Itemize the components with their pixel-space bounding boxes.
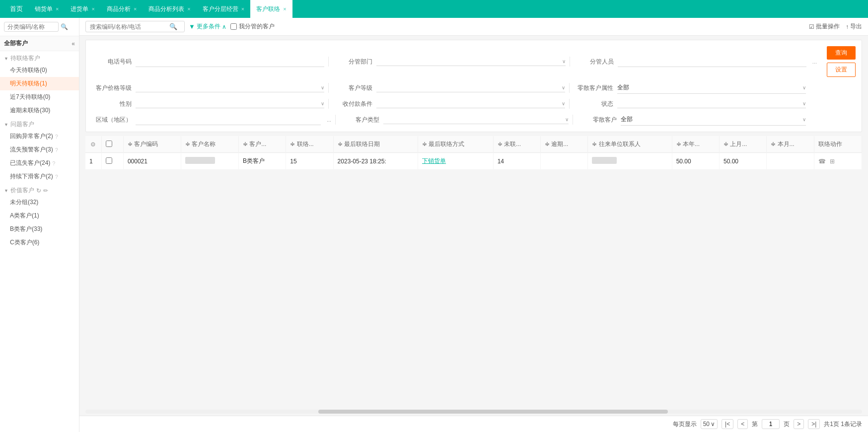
sidebar-item-b-class[interactable]: B类客户(33)	[0, 222, 79, 236]
select-all-checkbox[interactable]	[106, 141, 112, 147]
prev-page-button[interactable]: <	[737, 419, 748, 429]
my-customers-checkbox-label[interactable]: 我分管的客户	[230, 22, 275, 31]
grid-action-icon[interactable]: ⊞	[830, 158, 835, 165]
row-checkbox-cell[interactable]	[101, 153, 123, 170]
divider-5	[328, 99, 329, 109]
col-type-header[interactable]: ≑ 客户...	[238, 136, 286, 153]
close-customer-stratification-icon[interactable]: ×	[241, 6, 244, 12]
scrollbar-thumb[interactable]	[318, 410, 668, 414]
search-icon[interactable]: 🔍	[169, 23, 177, 30]
nav-purchase-order[interactable]: 进货单 ×	[65, 0, 100, 18]
region-input[interactable]	[136, 115, 321, 125]
sidebar-search-icon[interactable]: 🔍	[61, 23, 68, 30]
nav-home[interactable]: 首页	[4, 0, 29, 18]
export-button[interactable]: ↑ 导出	[846, 22, 862, 31]
retail-customer-select[interactable]: 全部 ∨	[621, 114, 806, 126]
row-last-month: 50.00	[719, 153, 766, 170]
sidebar-item-ungrouped[interactable]: 未分组(32)	[0, 196, 79, 209]
batch-operation-button[interactable]: ☑ 批量操作	[809, 22, 840, 31]
search-input[interactable]	[90, 23, 169, 30]
customer-level-select[interactable]: ∨	[376, 83, 565, 92]
nav-product-analysis[interactable]: 商品分析 ×	[101, 0, 143, 18]
sidebar-item-churn-warning[interactable]: 流失预警客户(3) ?	[0, 143, 79, 156]
customer-type-select[interactable]: ∨	[383, 115, 569, 124]
close-product-analysis-list-icon[interactable]: ×	[187, 6, 190, 12]
nav-customer-contact[interactable]: 客户联络 ×	[250, 0, 292, 18]
col-last-method-header[interactable]: ≑ 最后联络方式	[418, 136, 494, 153]
sidebar-item-repurchase-abnormal[interactable]: 回购异常客户(2) ?	[0, 130, 79, 143]
customer-price-select[interactable]: ∨	[136, 83, 324, 92]
retail-attr-chevron-icon: ∨	[802, 85, 806, 90]
row-index: 1	[85, 153, 101, 170]
horizontal-scrollbar[interactable]	[85, 410, 862, 414]
payment-select[interactable]: ∨	[376, 99, 565, 108]
nav-customer-stratification[interactable]: 客户分层经营 ×	[197, 0, 250, 18]
sidebar-item-declining[interactable]: 持续下滑客户(2) ?	[0, 170, 79, 183]
more-filter-button[interactable]: ▼ 更多条件 ∧	[189, 22, 226, 31]
col-last-month-header[interactable]: ≑ 上月...	[719, 136, 766, 153]
col-last-date-header[interactable]: ≑ 最后联络日期	[333, 136, 418, 153]
sidebar-item-overdue[interactable]: 逾期未联络(30)	[0, 104, 79, 117]
row-last-method[interactable]: 下销货单	[418, 153, 494, 170]
col-settings[interactable]: ⚙	[85, 136, 101, 153]
col-overdue-header[interactable]: ≑ 逾期...	[540, 136, 587, 153]
sidebar-search-input[interactable]	[4, 22, 59, 32]
col-this-month-header[interactable]: ≑ 本月...	[767, 136, 814, 153]
col-code-header[interactable]: ≑ 客户编码	[123, 136, 181, 153]
row-checkbox[interactable]	[106, 157, 112, 164]
sidebar-item-tomorrow[interactable]: 明天待联络(1)	[0, 77, 79, 90]
last-page-button[interactable]: >|	[808, 419, 820, 429]
dept-label: 分管部门	[333, 58, 372, 66]
phone-input[interactable]	[136, 57, 324, 67]
nav-sales-order[interactable]: 销货单 ×	[29, 0, 65, 18]
help-icon-repurchase[interactable]: ?	[55, 134, 58, 140]
all-customers-header[interactable]: 全部客户 «	[0, 36, 79, 51]
sidebar-item-7days[interactable]: 近7天待联络(0)	[0, 90, 79, 104]
page-size-chevron-icon: ∨	[711, 421, 715, 428]
first-page-button[interactable]: |<	[722, 419, 733, 429]
action-buttons: 查询 设置	[827, 46, 856, 77]
col-name-header[interactable]: ≑ 客户名称	[181, 136, 238, 153]
sidebar: 🔍 全部客户 « 待联络客户 今天待联络(0) 明天待联络(1) 近7天待联络(…	[0, 18, 79, 432]
col-contact-person-header[interactable]: ≑ 往来单位联系人	[588, 136, 672, 153]
col-contact-header[interactable]: ≑ 联络...	[286, 136, 333, 153]
retail-attr-select[interactable]: 全部 ∨	[617, 82, 806, 94]
help-icon-declining[interactable]: ?	[55, 174, 58, 180]
settings-button[interactable]: 设置	[827, 63, 856, 77]
phone-action-icon[interactable]: ☎	[818, 158, 826, 165]
dept-select[interactable]: ∨	[376, 57, 565, 66]
status-select[interactable]: ∨	[617, 99, 806, 108]
next-page-button[interactable]: >	[794, 419, 804, 429]
sidebar-item-today[interactable]: 今天待联络(0)	[0, 64, 79, 77]
query-button[interactable]: 查询	[827, 46, 856, 60]
sidebar-item-a-class[interactable]: A类客户(1)	[0, 209, 79, 222]
page-number-input[interactable]	[762, 419, 780, 429]
help-icon-churn-warning[interactable]: ?	[55, 147, 58, 153]
value-customers-refresh-icon[interactable]: ↻	[36, 187, 41, 194]
collapse-icon[interactable]: «	[72, 40, 75, 47]
gender-select[interactable]: ∨	[136, 99, 324, 108]
top-nav: 首页 销货单 × 进货单 × 商品分析 × 商品分析列表 × 客户分层经营 × …	[0, 0, 868, 18]
col-this-year-header[interactable]: ≑ 本年...	[672, 136, 719, 153]
manager-input[interactable]	[618, 57, 806, 67]
filter-row-1: 电话号码 分管部门 ∨ 分管人员 ... 查询 设置	[92, 46, 856, 77]
col-uncontacted-header[interactable]: ≑ 未联...	[493, 136, 540, 153]
sidebar-item-churned[interactable]: 已流失客户(24) ?	[0, 156, 79, 170]
col-checkbox-header[interactable]	[101, 136, 123, 153]
last-method-link[interactable]: 下销货单	[422, 157, 446, 164]
region-more-icon[interactable]: ...	[327, 117, 331, 123]
close-sales-order-icon[interactable]: ×	[56, 6, 59, 12]
my-customers-checkbox[interactable]	[230, 23, 237, 30]
help-icon-churned[interactable]: ?	[52, 160, 55, 166]
close-purchase-order-icon[interactable]: ×	[91, 6, 94, 12]
value-customers-edit-icon[interactable]: ✏	[43, 187, 48, 194]
page-size-select[interactable]: 50 ∨	[701, 419, 718, 429]
toolbar: 🔍 ▼ 更多条件 ∧ 我分管的客户 ☑ 批量操作 ↑ 导出	[79, 18, 868, 36]
nav-product-analysis-list[interactable]: 商品分析列表 ×	[143, 0, 196, 18]
close-product-analysis-icon[interactable]: ×	[134, 6, 137, 12]
close-customer-contact-icon[interactable]: ×	[283, 6, 286, 12]
row-uncontacted: 14	[493, 153, 540, 170]
sidebar-item-c-class[interactable]: C类客户(6)	[0, 236, 79, 249]
manager-more-icon[interactable]: ...	[812, 59, 817, 65]
phone-label: 电话号码	[92, 58, 132, 66]
